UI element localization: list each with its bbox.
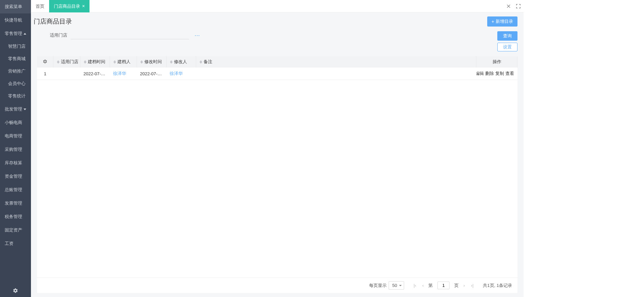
sidebar-item-retail-mgmt[interactable]: 零售管理 — [0, 27, 31, 40]
tabs-bar: 首页门店商品目录× — [31, 0, 524, 12]
sidebar-item-quick-nav[interactable]: 快捷导航 — [0, 13, 31, 27]
pagination: 每页显示 50 |‹ ‹ 第 页 › ›| 共1页, 1条记录 — [37, 278, 517, 293]
sidebar-submenu: 智慧门店零售商城营销推广会员中心零售统计 — [0, 40, 31, 102]
col-modify-person[interactable]: 修改人 — [166, 56, 196, 68]
sidebar: 搜索菜单快捷导航零售管理智慧门店零售商城营销推广会员中心零售统计批发管理小畅电商… — [0, 0, 31, 297]
sidebar-item-fixed-assets[interactable]: 固定资产 — [0, 223, 31, 237]
query-button[interactable]: 查询 — [497, 31, 517, 41]
close-icon[interactable]: × — [82, 4, 85, 8]
sidebar-item-label: 工资 — [5, 241, 13, 247]
person-link[interactable]: 徐泽华 — [170, 71, 183, 76]
page-summary: 共1页, 1条记录 — [483, 283, 512, 289]
per-page-label: 每页显示 — [369, 283, 387, 289]
gear-icon — [43, 60, 47, 65]
copy-action[interactable]: 复制 — [495, 71, 504, 77]
table-cell-operations: 编辑删除复制查看 — [476, 68, 517, 80]
sidebar-item-salary[interactable]: 工资 — [0, 237, 31, 250]
sort-icon — [200, 60, 202, 63]
sidebar-item-search-menu[interactable]: 搜索菜单 — [0, 0, 31, 13]
table-cell: 2022-07-27 11: — [80, 68, 110, 80]
col-operation: 操作 — [476, 56, 517, 68]
sidebar-item-marketing[interactable]: 营销推广 — [7, 65, 31, 78]
table-wrap: 适用门店 建档时间 建档人 修改时间 修改人 备注 操作 12022-07-27… — [37, 56, 517, 278]
chevron-up-icon — [24, 33, 26, 35]
sidebar-item-inventory[interactable]: 库存核算 — [0, 156, 31, 170]
page-title: 门店商品目录 — [34, 17, 72, 26]
sidebar-item-label: 资金管理 — [5, 173, 22, 179]
sidebar-item-label: 电商管理 — [5, 133, 22, 139]
close-all-tabs-icon[interactable] — [506, 4, 511, 9]
tab-1[interactable]: 门店商品目录× — [49, 0, 90, 12]
table-cell: 徐泽华 — [110, 68, 137, 80]
sidebar-item-fund-mgmt[interactable]: 资金管理 — [0, 170, 31, 183]
table-cell: 1 — [37, 68, 53, 80]
sidebar-item-member-center[interactable]: 会员中心 — [7, 78, 31, 90]
filter-store-label: 适用门店 — [50, 32, 67, 38]
page-header: 门店商品目录 + 新增目录 — [31, 12, 524, 30]
col-remark[interactable]: 备注 — [196, 56, 476, 68]
filter-store-input[interactable] — [71, 31, 189, 39]
sidebar-item-retail-stats[interactable]: 零售统计 — [7, 90, 31, 102]
sidebar-item-label: 采购管理 — [5, 146, 22, 153]
fullscreen-icon[interactable] — [516, 4, 521, 9]
sidebar-item-label: 快捷导航 — [5, 17, 22, 23]
prev-page-button[interactable]: ‹ — [421, 282, 425, 289]
table-cell: 徐泽华 — [166, 68, 196, 80]
data-table: 适用门店 建档时间 建档人 修改时间 修改人 备注 操作 12022-07-27… — [37, 56, 517, 80]
page-suffix: 页 — [454, 283, 459, 289]
sort-icon — [84, 60, 86, 63]
sidebar-item-tax-mgmt[interactable]: 税务管理 — [0, 210, 31, 223]
view-action[interactable]: 查看 — [505, 71, 514, 77]
table-cell — [196, 68, 476, 80]
content-panel: 适用门店 建档时间 建档人 修改时间 修改人 备注 操作 12022-07-27… — [37, 56, 517, 293]
edit-action[interactable]: 编辑 — [476, 71, 484, 77]
main-area: 首页门店商品目录× 门店商品目录 + 新增目录 适用门店 — [31, 0, 524, 297]
col-store[interactable]: 适用门店 — [53, 56, 80, 68]
sidebar-item-label: 搜索菜单 — [5, 4, 22, 10]
sort-icon — [140, 60, 143, 63]
add-catalog-label: 新增目录 — [496, 18, 513, 25]
page-input[interactable] — [437, 282, 450, 289]
sidebar-item-purchase-mgmt[interactable]: 采购管理 — [0, 143, 31, 156]
gear-icon — [13, 288, 18, 294]
sidebar-item-ledger-mgmt[interactable]: 总账管理 — [0, 183, 31, 197]
page-size-select[interactable]: 50 — [389, 281, 404, 290]
sidebar-item-label: 总账管理 — [5, 187, 22, 193]
plus-icon: + — [492, 19, 494, 24]
col-modify-time[interactable]: 修改时间 — [137, 56, 166, 68]
sidebar-item-retail-mall[interactable]: 零售商城 — [7, 53, 31, 65]
tab-0[interactable]: 首页 — [31, 0, 49, 12]
filter-row: 适用门店 ⋯ 查询 设置 — [31, 30, 524, 56]
page-prefix: 第 — [428, 283, 433, 289]
sidebar-settings-gear[interactable] — [0, 285, 31, 297]
col-create-time[interactable]: 建档时间 — [80, 56, 110, 68]
col-config[interactable] — [37, 56, 53, 68]
add-catalog-button[interactable]: + 新增目录 — [487, 16, 517, 27]
sidebar-item-label: 批发管理 — [5, 106, 22, 112]
sidebar-item-label: 税务管理 — [5, 214, 22, 220]
sort-icon — [113, 60, 116, 63]
table-cell: 2022-07-27 11: — [137, 68, 166, 80]
chevron-down-icon — [24, 109, 26, 110]
sidebar-item-label: 小畅电商 — [5, 120, 22, 126]
tab-label: 门店商品目录 — [54, 0, 80, 12]
sidebar-item-label: 零售管理 — [5, 31, 22, 37]
sort-icon — [170, 60, 173, 63]
next-page-button[interactable]: › — [462, 282, 466, 289]
person-link[interactable]: 徐泽华 — [113, 71, 126, 76]
table-row: 12022-07-27 11:徐泽华2022-07-27 11:徐泽华编辑删除复… — [37, 68, 517, 80]
last-page-button[interactable]: ›| — [470, 282, 475, 289]
sidebar-item-label: 固定资产 — [5, 227, 22, 233]
sidebar-item-invoice-mgmt[interactable]: 发票管理 — [0, 197, 31, 210]
table-cell — [53, 68, 80, 80]
sidebar-item-wholesale-mgmt[interactable]: 批发管理 — [0, 102, 31, 116]
col-create-person[interactable]: 建档人 — [110, 56, 137, 68]
sidebar-item-label: 发票管理 — [5, 200, 22, 206]
sidebar-item-ecom-mgmt[interactable]: 电商管理 — [0, 129, 31, 143]
settings-button[interactable]: 设置 — [497, 43, 517, 51]
first-page-button[interactable]: |‹ — [412, 282, 418, 289]
sidebar-item-smart-store[interactable]: 智慧门店 — [7, 40, 31, 53]
delete-action[interactable]: 删除 — [485, 71, 494, 77]
filter-more-icon[interactable]: ⋯ — [192, 32, 202, 39]
sidebar-item-xiaochang-ecom[interactable]: 小畅电商 — [0, 116, 31, 129]
